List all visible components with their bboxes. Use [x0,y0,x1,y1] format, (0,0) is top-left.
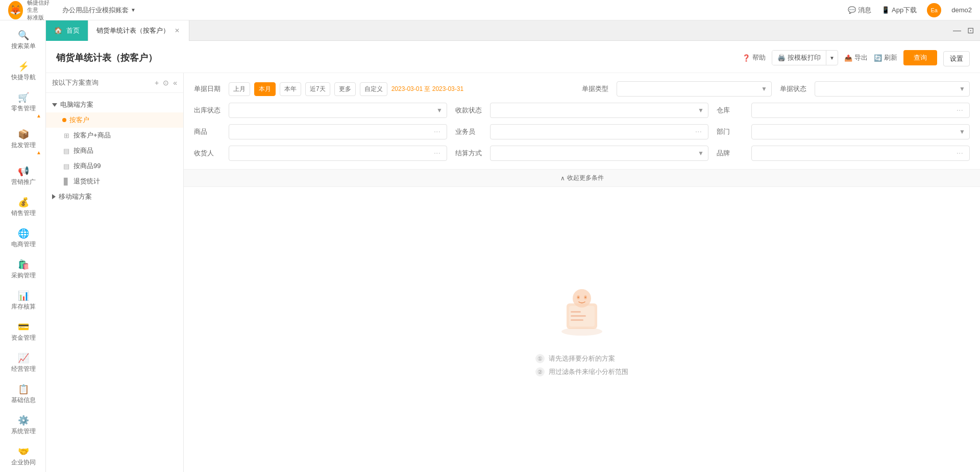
print-button-main[interactable]: 🖨️ 按模板打印 [772,51,826,65]
date-btn-this-month[interactable]: 本月 [254,82,276,96]
active-scheme-icon [62,118,66,122]
bill-type-dropdown-icon: ▼ [761,85,767,92]
refresh-icon: 🔄 [874,54,882,62]
date-group: 上月 本月 本年 近7天 更多 自定义 2023-03-01 至 2023-03… [229,82,574,96]
receiver-select[interactable]: ··· [229,146,447,161]
goods-select[interactable]: ··· [229,124,447,139]
brand-ellipsis-icon[interactable]: ··· [954,149,965,158]
sidebar-item-search[interactable]: 🔍 搜索菜单 [0,25,45,56]
sidebar-item-finance[interactable]: 💳 资金管理 [0,316,45,347]
message-icon: 💬 [848,6,856,14]
settlement-label: 结算方式 [455,149,486,158]
sidebar-item-system[interactable]: ⚙️ 系统管理 [0,410,45,441]
sidebar-item-operation[interactable]: 📈 经营管理 [0,347,45,379]
warehouse-ellipsis-icon[interactable]: ··· [954,106,965,115]
out-status-select[interactable]: ▼ [229,103,447,118]
sidebar-item-cooperation[interactable]: 🤝 企业协同 [0,441,45,472]
sidebar-item-ecommerce[interactable]: 🌐 电商管理 [0,223,45,254]
receiver-label: 收货人 [194,149,225,158]
minimize-icon[interactable]: — [953,26,961,35]
collapse-bar[interactable]: ∧ 收起更多条件 [184,170,980,187]
retail-icon: 🛒 [18,92,29,103]
filter-receipt-status: 收款状态 ▼ [455,103,708,118]
date-btn-this-year[interactable]: 本年 [280,82,301,96]
bill-type-select[interactable]: ▼ [617,81,772,97]
filter-section: 单据日期 上月 本月 本年 近7天 更多 自定义 2023-03-01 至 20… [184,73,980,170]
date-btn-more[interactable]: 更多 [334,82,356,96]
sidebar-item-basic[interactable]: 📋 基础信息 [0,379,45,410]
empty-illustration [551,280,612,342]
goods-ellipsis-icon[interactable]: ··· [432,127,443,136]
refresh-button[interactable]: 🔄 刷新 [874,53,897,62]
query-button[interactable]: 查询 [903,50,937,65]
bill-status-select[interactable]: ▼ [815,81,970,97]
page-title: 销货单统计表（按客户） [56,52,157,64]
quick-nav-icon: ⚡ [18,61,29,72]
sidebar-item-inventory[interactable]: 📊 库存核算 [0,285,45,316]
inventory-icon: 📊 [18,290,29,301]
filter-row-1: 单据日期 上月 本月 本年 近7天 更多 自定义 2023-03-01 至 20… [194,81,970,97]
date-btn-custom[interactable]: 自定义 [360,82,387,96]
filter-row-2: 出库状态 ▼ 收款状态 [194,103,970,118]
date-btn-7days[interactable]: 近7天 [305,82,330,96]
empty-tip-1: ① 请先选择要分析的方案 [535,352,628,365]
help-button[interactable]: ❓ 帮助 [742,53,766,62]
filter-department: 部门 ▼ [717,124,970,139]
receiver-ellipsis-icon[interactable]: ··· [432,149,443,158]
warehouse-select[interactable]: ··· [751,103,970,118]
logo-area: 🦊 畅捷信好生意 标准版 [8,0,54,21]
sidebar-item-quick-nav[interactable]: ⚡ 快捷导航 [0,56,45,87]
brand-select[interactable]: ··· [751,146,970,161]
logo-text: 畅捷信好生意 标准版 [27,0,54,21]
scheme-refund-stats[interactable]: ▊ 退货统计 [46,174,183,189]
settings-button[interactable]: 设置 [943,51,970,66]
settlement-select[interactable]: ▼ [490,146,708,161]
filter-warehouse: 仓库 ··· [717,103,970,118]
sidebar-item-retail[interactable]: 🛒 零售管理 ▲ [0,87,45,124]
department-label: 部门 [717,127,747,136]
tree-group-mobile-header[interactable]: 移动端方案 [46,189,183,204]
sales-icon: 💰 [18,197,29,208]
add-scheme-button[interactable]: + [155,79,159,87]
system-icon: ⚙️ [18,415,29,426]
print-button-group[interactable]: 🖨️ 按模板打印 ▼ [772,50,838,65]
tab-sales-report[interactable]: 销货单统计表（按客户） ✕ [88,20,189,41]
wholesale-icon: 📦 [18,129,29,140]
tree-group-desktop-header[interactable]: 电脑端方案 [46,97,183,112]
department-select[interactable]: ▼ [751,124,970,139]
app-selector[interactable]: 办公用品行业模拟账套 ▼ [62,6,136,15]
user-name: demo2 [951,6,972,14]
sidebar-item-marketing[interactable]: 📢 营销推广 [0,160,45,192]
scheme-by-customer[interactable]: 按客户 [46,112,183,128]
table-icon: ▤ [62,147,70,155]
filter-row-4: 收货人 ··· 结算方式 [194,146,970,161]
salesperson-ellipsis-icon[interactable]: ··· [693,127,704,136]
sidebar-item-purchase[interactable]: 🛍️ 采购管理 [0,254,45,285]
svg-point-3 [573,289,591,308]
receipt-status-dropdown-icon: ▼ [698,107,704,114]
download-icon: 📱 [881,6,890,14]
three-panel: 按以下方案查询 + ⊙ « [46,73,980,472]
scheme-by-goods99[interactable]: ▤ 按商品99 [46,158,183,174]
left-panel-actions: + ⊙ « [155,79,177,87]
close-tab-icon[interactable]: ✕ [174,26,181,35]
sidebar-item-sales[interactable]: 💰 销售管理 [0,192,45,223]
app-download-button[interactable]: 📱 App下载 [881,6,917,15]
sidebar-item-wholesale[interactable]: 📦 批发管理 ▲ [0,124,45,160]
svg-rect-8 [571,311,581,313]
department-dropdown-icon: ▼ [959,128,965,135]
salesperson-select[interactable]: ··· [490,124,708,139]
date-btn-last-month[interactable]: 上月 [229,82,250,96]
printer-icon: 🖨️ [777,54,786,61]
receipt-status-select[interactable]: ▼ [490,103,708,118]
print-dropdown-arrow[interactable]: ▼ [826,53,838,63]
message-button[interactable]: 💬 消息 [848,6,871,15]
tab-home[interactable]: 🏠 首页 [46,20,88,41]
export-button[interactable]: 📤 导出 [844,53,868,62]
collapse-panel-icon[interactable]: « [173,79,177,87]
scheme-by-customer-goods[interactable]: ⊞ 按客户+商品 [46,128,183,143]
settings-scheme-icon[interactable]: ⊙ [163,79,169,87]
maximize-icon[interactable]: ⊡ [967,26,974,35]
header-actions: ❓ 帮助 🖨️ 按模板打印 ▼ 📤 导出 [742,49,970,66]
scheme-by-goods[interactable]: ▤ 按商品 [46,143,183,158]
